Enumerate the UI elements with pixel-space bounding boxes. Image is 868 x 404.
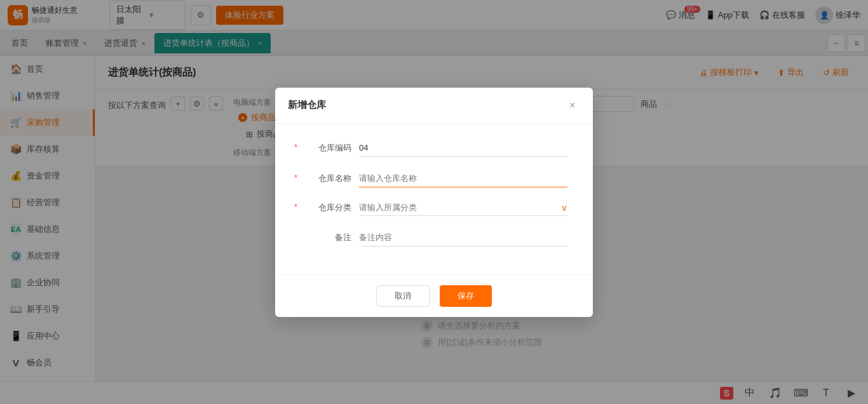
form-row-category: 仓库分类 ∨ <box>301 200 567 216</box>
name-label: 仓库名称 <box>301 173 351 184</box>
modal-overlay: 新增仓库 × 仓库编码 仓库名称 仓库分类 ∨ <box>0 0 868 404</box>
note-input[interactable] <box>359 229 567 246</box>
modal-footer: 取消 保存 <box>275 274 593 317</box>
modal-close-button[interactable]: × <box>565 98 580 113</box>
add-warehouse-modal: 新增仓库 × 仓库编码 仓库名称 仓库分类 ∨ <box>275 88 593 317</box>
modal-title: 新增仓库 <box>288 99 326 111</box>
category-label: 仓库分类 <box>301 202 351 213</box>
chevron-down-icon: ∨ <box>561 203 567 213</box>
form-row-code: 仓库编码 <box>301 139 567 157</box>
cancel-button[interactable]: 取消 <box>376 285 430 307</box>
category-input[interactable] <box>359 203 561 212</box>
note-label: 备注 <box>301 232 351 243</box>
code-label: 仓库编码 <box>301 142 351 154</box>
form-row-note: 备注 <box>301 229 567 246</box>
name-input[interactable] <box>359 170 567 187</box>
form-row-name: 仓库名称 <box>301 170 567 187</box>
code-input[interactable] <box>359 139 567 157</box>
modal-body: 仓库编码 仓库名称 仓库分类 ∨ 备注 <box>275 124 593 274</box>
save-button[interactable]: 保存 <box>440 285 492 307</box>
modal-header: 新增仓库 × <box>275 88 593 124</box>
category-select-wrapper[interactable]: ∨ <box>359 200 567 216</box>
